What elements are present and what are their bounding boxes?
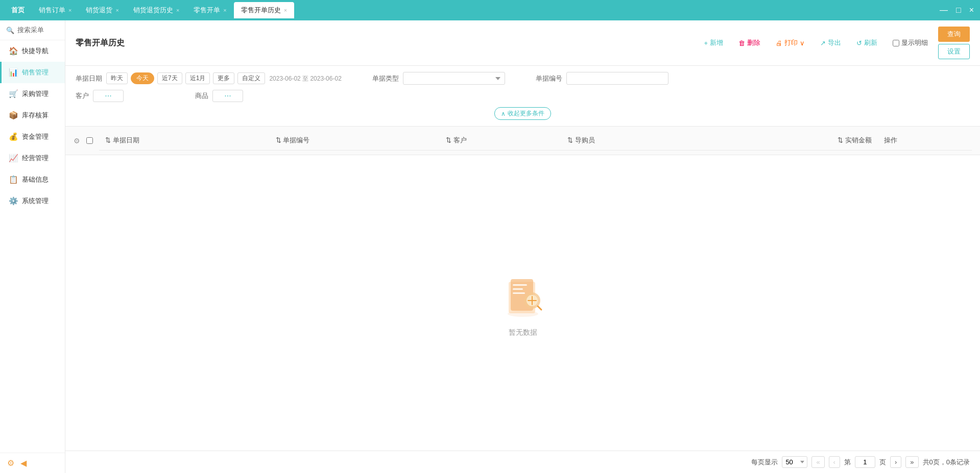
number-filter: 单据编号 — [536, 72, 668, 85]
show-detail-toggle[interactable]: 显示明细 — [888, 36, 933, 50]
col-salesperson: ⇅ 导购员 — [561, 131, 707, 151]
sidebar-item-operations[interactable]: 📈 经营管理 — [0, 147, 65, 169]
add-button[interactable]: + 新增 — [699, 36, 728, 50]
sidebar-item-purchase-label: 采购管理 — [22, 89, 49, 98]
col-amount: ⇅ 实销金额 — [707, 131, 878, 151]
sidebar-search[interactable]: 🔍 搜索采单 — [0, 20, 65, 40]
top-tabbar: 首页 销售订单 × 销货退货 × 销货退货历史 × 零售开单 × 零售开单历史 … — [0, 0, 980, 20]
show-detail-label: 显示明细 — [901, 38, 928, 47]
setting-button[interactable]: 设置 — [938, 44, 970, 59]
tab-home[interactable]: 首页 — [4, 2, 32, 18]
sidebar-item-purchase[interactable]: 🛒 采购管理 — [0, 83, 65, 105]
sales-icon: 📊 — [9, 68, 18, 77]
customer-select-btn[interactable]: ··· — [93, 90, 124, 102]
date-1month-btn[interactable]: 近1月 — [185, 72, 210, 84]
sidebar-item-inventory-label: 库存核算 — [22, 111, 49, 120]
date-7days-btn[interactable]: 近7天 — [157, 72, 182, 84]
pagination: 每页显示 50 10 20 100 « ‹ 第 页 › » 共0页，0条记录 — [65, 451, 980, 473]
tab-sales-order-close[interactable]: × — [68, 7, 71, 13]
date-today-btn[interactable]: 今天 — [131, 72, 154, 84]
delete-button[interactable]: 🗑 删除 — [733, 36, 766, 50]
next-page-btn[interactable]: › — [890, 456, 901, 468]
print-arrow-icon: ∨ — [800, 39, 805, 47]
sidebar: 🔍 搜索采单 🏠 快捷导航 📊 销售管理 🛒 采购管理 📦 库存核算 💰 资金管… — [0, 20, 65, 473]
sidebar-settings-icon[interactable]: ⚙ — [7, 458, 14, 468]
refresh-label: 刷新 — [864, 38, 877, 47]
sidebar-item-finance[interactable]: 💰 资金管理 — [0, 126, 65, 147]
per-page-select[interactable]: 50 10 20 100 — [782, 456, 807, 468]
sidebar-item-basic-info-label: 基础信息 — [22, 175, 49, 184]
tab-retail[interactable]: 零售开单 × — [186, 2, 233, 18]
sidebar-item-inventory[interactable]: 📦 库存核算 — [0, 105, 65, 126]
tab-return-history-label: 销货退货历史 — [133, 6, 173, 15]
window-close-icon[interactable]: × — [967, 4, 976, 17]
page-header: 零售开单历史 + 新增 🗑 删除 🖨 打印 ∨ ↗ 导出 — [65, 20, 980, 66]
export-icon: ↗ — [820, 39, 826, 47]
date-label: 单据日期 — [76, 74, 102, 83]
sidebar-item-operations-label: 经营管理 — [22, 154, 49, 163]
inventory-icon: 📦 — [9, 111, 18, 120]
export-button[interactable]: ↗ 导出 — [815, 36, 846, 50]
sidebar-item-sales-label: 销售管理 — [22, 68, 49, 77]
first-page-btn[interactable]: « — [811, 456, 824, 468]
empty-text: 暂无数据 — [509, 328, 537, 337]
tab-retail-history[interactable]: 零售开单历史 × — [234, 2, 294, 18]
number-label: 单据编号 — [536, 74, 562, 83]
number-input[interactable] — [566, 72, 668, 85]
delete-icon: 🗑 — [738, 39, 745, 47]
empty-illustration — [497, 269, 548, 320]
print-label: 打印 — [784, 38, 798, 47]
filter-row-2: 客户 ··· 商品 ··· — [76, 90, 970, 102]
page-prefix: 第 — [844, 458, 851, 467]
operations-icon: 📈 — [9, 154, 18, 163]
col-customer: ⇅ 客户 — [440, 131, 561, 151]
tab-return-history-close[interactable]: × — [176, 7, 179, 13]
tab-sales-order[interactable]: 销售订单 × — [32, 2, 79, 18]
tab-return-close[interactable]: × — [115, 7, 118, 13]
refresh-button[interactable]: ↺ 刷新 — [851, 36, 882, 50]
export-label: 导出 — [828, 38, 841, 47]
home-icon: 🏠 — [9, 46, 18, 56]
tab-retail-close[interactable]: × — [223, 7, 226, 13]
date-quick-btns: 昨天 今天 近7天 近1月 更多 自定义 — [106, 72, 265, 84]
goods-select-btn[interactable]: ··· — [212, 90, 243, 102]
tab-return[interactable]: 销货退货 × — [79, 2, 126, 18]
sidebar-item-quick-nav[interactable]: 🏠 快捷导航 — [0, 40, 65, 62]
print-button[interactable]: 🖨 打印 ∨ — [771, 36, 810, 50]
table-container: ⚙ ⇅ 单据日期 ⇅ 单据编号 ⇅ 客户 — [65, 127, 980, 473]
sidebar-item-basic-info[interactable]: 📋 基础信息 — [0, 169, 65, 190]
sidebar-footer: ⚙ ◀ — [0, 453, 65, 473]
tab-return-history[interactable]: 销货退货历史 × — [126, 2, 186, 18]
query-button[interactable]: 查询 — [938, 27, 970, 42]
date-filter: 单据日期 昨天 今天 近7天 近1月 更多 自定义 2023-06-02 至 2… — [76, 72, 342, 84]
collapse-button[interactable]: ∧ 收起更多条件 — [494, 107, 551, 120]
date-yesterday-btn[interactable]: 昨天 — [106, 72, 128, 84]
type-filter: 单据类型 — [372, 72, 505, 85]
add-label: 新增 — [710, 38, 723, 47]
prev-page-btn[interactable]: ‹ — [829, 456, 840, 468]
date-custom-btn[interactable]: 自定义 — [237, 72, 265, 84]
table-config-icon[interactable]: ⚙ — [74, 137, 80, 145]
collapse-icon: ∧ — [501, 110, 506, 117]
tab-retail-history-close[interactable]: × — [284, 7, 287, 13]
page-input[interactable] — [855, 456, 875, 468]
sidebar-item-system[interactable]: ⚙️ 系统管理 — [0, 190, 65, 212]
window-minimize-icon[interactable]: — — [938, 4, 950, 17]
select-all-checkbox[interactable] — [86, 137, 93, 144]
last-page-btn[interactable]: » — [905, 456, 918, 468]
col-salesperson-label: ⇅ 导购员 — [567, 136, 595, 144]
finance-icon: 💰 — [9, 132, 18, 141]
window-maximize-icon[interactable]: □ — [954, 4, 963, 17]
sidebar-item-quick-nav-label: 快捷导航 — [22, 46, 49, 56]
col-action-label: 操作 — [884, 136, 897, 144]
col-date-label: ⇅ 单据日期 — [105, 136, 139, 144]
refresh-icon: ↺ — [856, 39, 862, 47]
sidebar-search-label: 搜索采单 — [17, 26, 44, 35]
show-detail-checkbox[interactable] — [893, 40, 899, 46]
tab-retail-history-label: 零售开单历史 — [241, 6, 281, 15]
empty-state: 暂无数据 — [65, 155, 980, 451]
sidebar-collapse-icon[interactable]: ◀ — [20, 458, 27, 468]
date-more-btn[interactable]: 更多 — [213, 72, 234, 84]
type-select[interactable] — [403, 72, 505, 85]
sidebar-item-sales[interactable]: 📊 销售管理 — [0, 62, 65, 83]
